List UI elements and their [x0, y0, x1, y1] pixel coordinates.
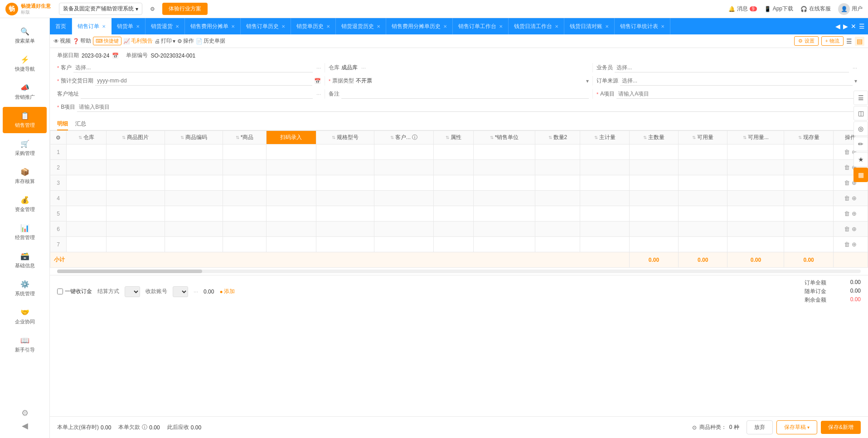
- row-3-mainunit[interactable]: [580, 175, 629, 191]
- tab-sales-bill[interactable]: 销货单 ✕: [112, 18, 145, 34]
- row-1-current[interactable]: [784, 144, 833, 160]
- industry-button[interactable]: 体验行业方案: [162, 3, 208, 15]
- tab-prev-icon[interactable]: ◀: [834, 23, 842, 30]
- row-4-delete-btn[interactable]: 🗑: [844, 195, 850, 202]
- sidebar-item-sales[interactable]: 📋 销售管理: [3, 107, 47, 133]
- right-panel-btn-2[interactable]: ◫: [853, 106, 868, 120]
- tab-close-all-icon[interactable]: ✕: [849, 23, 858, 30]
- profit-btn[interactable]: 📈 毛利预告: [123, 37, 153, 45]
- row-3-custcode[interactable]: [374, 175, 433, 191]
- bank-more[interactable]: ···: [194, 289, 198, 295]
- order-source-dropdown[interactable]: ▾: [854, 78, 857, 84]
- row-1-scan[interactable]: [266, 144, 316, 160]
- salesperson-input[interactable]: [615, 63, 849, 72]
- online-service-item[interactable]: 🎧 在线客服: [800, 5, 831, 13]
- row-3-image[interactable]: [106, 175, 165, 191]
- calendar-icon[interactable]: 📅: [112, 53, 119, 59]
- row-1-product[interactable]: [223, 144, 267, 160]
- notification-item[interactable]: 🔔 消息 9: [728, 5, 757, 13]
- tab-sales-history-close[interactable]: ✕: [281, 24, 285, 29]
- order-source-input[interactable]: [620, 76, 853, 86]
- row-1-code[interactable]: [165, 144, 223, 160]
- tab-bill-history[interactable]: 销货单历史 ✕: [291, 18, 336, 34]
- row-2-custcode[interactable]: [374, 160, 433, 175]
- row-3-warehouse[interactable]: [67, 175, 107, 191]
- row-3-scan[interactable]: [266, 175, 316, 191]
- row-2-scan[interactable]: [266, 160, 316, 175]
- tab-return-history-close[interactable]: ✕: [377, 24, 380, 29]
- row-1-mainqty[interactable]: [629, 144, 678, 160]
- row-2-image[interactable]: [106, 160, 165, 175]
- row-1-unit[interactable]: [473, 144, 535, 160]
- row-6-delete-btn[interactable]: 🗑: [844, 226, 850, 232]
- row-6-copy-btn[interactable]: ⊕: [852, 226, 857, 232]
- row-2-spec[interactable]: [316, 160, 374, 175]
- row-2-product[interactable]: [223, 160, 267, 175]
- row-3-qty2[interactable]: [535, 175, 580, 191]
- customer-input[interactable]: [73, 63, 313, 72]
- settings-icon[interactable]: ⚙: [56, 135, 61, 141]
- customer-more[interactable]: ···: [316, 65, 321, 71]
- detail-tab-details[interactable]: 明细: [57, 118, 68, 130]
- row-3-avail2[interactable]: [727, 175, 784, 191]
- tab-next-icon[interactable]: ▶: [842, 23, 849, 30]
- row-2-avail2[interactable]: [727, 160, 784, 175]
- row-3-spec[interactable]: [316, 175, 374, 191]
- row-7-copy-btn[interactable]: ⊕: [852, 241, 857, 248]
- tab-cashflow-workbench[interactable]: 钱货日清工作台 ✕: [509, 18, 564, 34]
- set-button[interactable]: ⚙ 设置: [794, 36, 818, 46]
- tab-cashflow-reconcile[interactable]: 钱货日清对账 ✕: [564, 18, 615, 34]
- tab-return-history[interactable]: 销货退货历史 ✕: [336, 18, 386, 34]
- settings-bottom-icon[interactable]: ⚙: [21, 408, 29, 418]
- detail-tab-summary[interactable]: 汇总: [75, 118, 86, 130]
- row-4-warehouse[interactable]: [67, 191, 107, 206]
- row-1-image[interactable]: [106, 144, 165, 160]
- row-1-avail[interactable]: [679, 144, 727, 160]
- table-scroll-container[interactable]: ⚙ ⇅仓库 ⇅商品图片 ⇅商品编码: [50, 130, 868, 268]
- system-selector[interactable]: 装备及固定资产辅助管理系统 ▾: [59, 3, 142, 15]
- right-panel-btn-6[interactable]: ▦: [853, 168, 868, 182]
- row-1-spec[interactable]: [316, 144, 374, 160]
- settlement-select[interactable]: [125, 286, 140, 297]
- tab-home[interactable]: 首页: [50, 18, 72, 34]
- sidebar-item-cooperation[interactable]: 🤝 企业协同: [3, 303, 47, 330]
- row-7-delete-btn[interactable]: 🗑: [844, 241, 850, 248]
- row-2-warehouse[interactable]: [67, 160, 107, 175]
- row-3-delete-btn[interactable]: 🗑: [844, 179, 850, 186]
- collapse-icon[interactable]: ◀: [22, 421, 28, 431]
- row-2-mainqty[interactable]: [629, 160, 678, 175]
- sidebar-item-marketing[interactable]: 📣 营销推广: [3, 79, 47, 105]
- row-5-delete-btn[interactable]: 🗑: [844, 210, 850, 217]
- row-3-avail[interactable]: [679, 175, 727, 191]
- row-2-current[interactable]: [784, 160, 833, 175]
- footer-add-btn[interactable]: ● 添加: [219, 288, 234, 295]
- help-btn[interactable]: ❓ 帮助: [73, 37, 91, 45]
- row-1-custcode[interactable]: [374, 144, 433, 160]
- shortcuts-btn[interactable]: ⌨ 快捷键: [93, 37, 121, 45]
- tab-order-workbench-close[interactable]: ✕: [499, 24, 503, 29]
- row-2-qty2[interactable]: [535, 160, 580, 175]
- tab-menu-icon[interactable]: ☰: [858, 23, 866, 30]
- save-draft-button[interactable]: 保存草稿 ▾: [776, 420, 817, 434]
- sidebar-item-operations[interactable]: 📊 经营管理: [3, 219, 47, 245]
- scroll-thumb[interactable]: [57, 270, 202, 273]
- delivery-date-input[interactable]: [95, 76, 312, 86]
- tab-expense-history-close[interactable]: ✕: [443, 24, 447, 29]
- right-panel-btn-5[interactable]: ★: [853, 152, 868, 167]
- sidebar-item-search[interactable]: 🔍 搜索菜单: [3, 23, 47, 49]
- row-3-current[interactable]: [784, 175, 833, 191]
- app-download-item[interactable]: 📱 App下载: [764, 5, 793, 13]
- row-3-mainqty[interactable]: [629, 175, 678, 191]
- view-btn[interactable]: 👁 视频: [53, 37, 71, 45]
- row-2-attr[interactable]: [433, 160, 473, 175]
- sidebar-item-finance[interactable]: 💰 资金管理: [3, 191, 47, 217]
- layout-icon-2[interactable]: ▤: [855, 37, 864, 46]
- row-2-delete-btn[interactable]: 🗑: [844, 164, 850, 171]
- tab-expense-history[interactable]: 销售费用分摊单历史 ✕: [386, 18, 453, 34]
- project-b-input[interactable]: [77, 102, 861, 112]
- tab-sales-order-close[interactable]: ✕: [102, 24, 106, 29]
- operations-btn[interactable]: ⚙ 操作: [177, 37, 194, 45]
- row-2-code[interactable]: [165, 160, 223, 175]
- invoice-dropdown[interactable]: ▾: [586, 78, 589, 84]
- sidebar-item-guide[interactable]: 📖 新手引导: [3, 332, 47, 358]
